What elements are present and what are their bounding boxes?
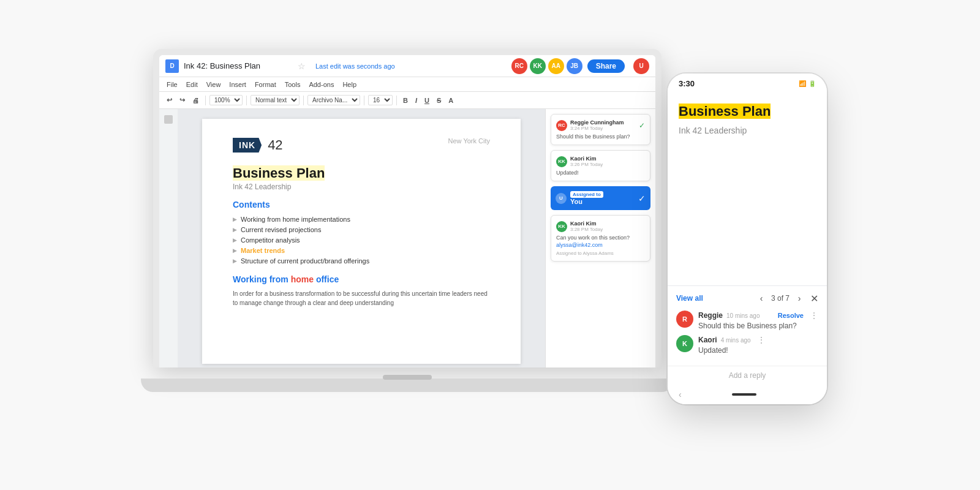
phone: 3:30 📶 🔋 Business Plan Ink 42 Leadership…: [668, 74, 827, 404]
comment-pagination: 3 of 7: [771, 294, 790, 303]
toc-item-1[interactable]: ▶ Working from home implementations: [233, 216, 490, 223]
comment-1-more-icon[interactable]: ⋮: [810, 311, 818, 320]
menu-edit[interactable]: Edit: [186, 81, 198, 88]
laptop-notch: [383, 375, 432, 380]
doc-contents-heading: Contents: [233, 200, 490, 209]
thread-comment-1-avatar: R: [676, 311, 693, 328]
prev-comment-button[interactable]: ‹: [755, 292, 767, 304]
thread-comment-2-avatar: K: [676, 335, 693, 352]
menu-tools[interactable]: Tools: [285, 81, 301, 88]
signal-icon: 📶: [799, 80, 806, 87]
docs-logo-icon: D: [165, 59, 179, 73]
close-thread-button[interactable]: ✕: [810, 293, 818, 304]
comment-3-time: 3:28 PM Today: [570, 227, 603, 232]
toc-item-2[interactable]: ▶ Current revised projections: [233, 226, 490, 233]
back-chevron-icon[interactable]: ‹: [679, 390, 682, 399]
assign-label-block: Assigned to You: [570, 191, 603, 205]
doc-office-word: office: [316, 274, 339, 284]
phone-status-bar: 3:30 📶 🔋: [668, 74, 827, 93]
gdocs-titlebar: D Ink 42: Business Plan ☆ Last edit was …: [159, 55, 655, 77]
comment-card-1[interactable]: RC Reggie Cunningham 3:24 PM Today ✓ Sho…: [551, 114, 650, 145]
add-reply-input[interactable]: Add a reply: [676, 371, 818, 380]
doc-body-text: In order for a business transformation t…: [233, 289, 490, 307]
comment-3-assigned: Assigned to Alyssa Adams: [556, 251, 645, 256]
menu-addons[interactable]: Add-ons: [309, 81, 334, 88]
comment-card-3[interactable]: KK Kaori Kim 3:28 PM Today Can you work …: [551, 215, 650, 262]
laptop-base: [141, 379, 674, 392]
comment-3-name: Kaori Kim: [570, 221, 603, 227]
gdocs-toolbar: ↩ ↪ 🖨 100% Normal text Archivo Na...: [159, 92, 655, 109]
menu-format[interactable]: Format: [255, 81, 276, 88]
resolve-button[interactable]: Resolve: [778, 312, 804, 319]
zoom-select[interactable]: 100%: [209, 95, 243, 105]
strikethrough-button[interactable]: S: [434, 96, 443, 105]
menu-help[interactable]: Help: [342, 81, 356, 88]
redo-button[interactable]: ↪: [177, 95, 187, 105]
avatar-2: KK: [530, 58, 546, 74]
print-button[interactable]: 🖨: [190, 96, 202, 105]
comment-card-2[interactable]: KK Kaori Kim 3:26 PM Today Updated!: [551, 150, 650, 181]
phone-reply-area[interactable]: Add a reply: [668, 366, 827, 385]
comment-2-avatar: KK: [556, 156, 567, 167]
thread-comment-1-header: Reggie 10 mins ago Resolve ⋮: [698, 311, 818, 320]
phone-doc-title-block: Business Plan: [679, 103, 816, 121]
doc-subtitle: Ink 42 Leadership: [233, 183, 490, 191]
toolbar-sep-3: [303, 96, 304, 105]
doc-home-word: home: [291, 274, 314, 284]
comment-2-header: KK Kaori Kim 3:26 PM Today: [556, 156, 645, 167]
collaborator-avatars: RC KK AA JB: [511, 58, 582, 74]
avatar-1: RC: [511, 58, 527, 74]
italic-button[interactable]: I: [413, 96, 420, 105]
user-avatar[interactable]: U: [633, 58, 649, 74]
comment-2-text: Updated!: [556, 170, 645, 176]
gdocs-content-area: New York City INK 42 Business Plan: [159, 109, 655, 368]
assign-card[interactable]: U Assigned to You ✓: [551, 186, 650, 210]
phone-comment-thread: View all ‹ 3 of 7 › ✕ R Reggie 10 mins a…: [668, 285, 827, 366]
style-select[interactable]: Normal text: [251, 95, 300, 105]
toc-item-5[interactable]: ▶ Structure of current product/brand off…: [233, 257, 490, 265]
thread-comment-2: K Kaori 4 mins ago ⋮ Updated!: [676, 335, 818, 355]
phone-bottom-bar: ‹: [668, 385, 827, 404]
comment-2-time: 3:26 PM Today: [570, 162, 603, 167]
share-button[interactable]: Share: [587, 59, 625, 73]
next-comment-button[interactable]: ›: [793, 292, 805, 304]
star-icon: ☆: [298, 61, 306, 71]
scene: D Ink 42: Business Plan ☆ Last edit was …: [153, 37, 827, 453]
font-select[interactable]: Archivo Na...: [307, 95, 360, 105]
toc-arrow-5: ▶: [233, 258, 237, 264]
undo-button[interactable]: ↩: [164, 95, 175, 105]
toolbar-sep-1: [205, 96, 206, 105]
thread-nav: ‹ 3 of 7 ›: [755, 292, 805, 304]
toc-item-3[interactable]: ▶ Competitor analysis: [233, 236, 490, 244]
home-indicator[interactable]: [732, 393, 756, 396]
laptop-screen: D Ink 42: Business Plan ☆ Last edit was …: [159, 55, 655, 368]
toc-arrow-1: ▶: [233, 216, 237, 222]
thread-comment-2-time: 4 mins ago: [721, 337, 751, 344]
menu-insert[interactable]: Insert: [229, 81, 246, 88]
comment-1-avatar: RC: [556, 120, 567, 131]
toc-arrow-2: ▶: [233, 227, 237, 233]
toc-item-4[interactable]: ▶ Market trends: [233, 247, 490, 254]
bold-button[interactable]: B: [401, 96, 410, 105]
menu-view[interactable]: View: [206, 81, 221, 88]
toolbar-sep-4: [364, 96, 364, 105]
menu-file[interactable]: File: [167, 81, 178, 88]
underline-button[interactable]: U: [422, 96, 432, 105]
laptop: D Ink 42: Business Plan ☆ Last edit was …: [153, 49, 662, 392]
sidebar-toggle-icon[interactable]: [164, 115, 173, 124]
color-button[interactable]: A: [446, 96, 456, 105]
size-select[interactable]: 16: [368, 95, 393, 105]
ink-number: 42: [268, 137, 282, 153]
doc-title: Ink 42: Business Plan: [184, 61, 290, 70]
laptop-body: D Ink 42: Business Plan ☆ Last edit was …: [153, 49, 662, 368]
phone-doc-content: Business Plan Ink 42 Leadership: [668, 93, 827, 285]
phone-doc-title: Business Plan: [679, 104, 771, 119]
comment-2-more-icon[interactable]: ⋮: [757, 335, 766, 345]
gdocs-page-area[interactable]: New York City INK 42 Business Plan: [178, 109, 545, 368]
view-all-button[interactable]: View all: [676, 294, 703, 303]
comment-3-avatar: KK: [556, 221, 567, 232]
doc-location: New York City: [448, 137, 490, 145]
last-edit-label[interactable]: Last edit was seconds ago: [315, 62, 395, 70]
comment-1-text: Should this be Business plan?: [556, 134, 645, 140]
thread-comment-1: R Reggie 10 mins ago Resolve ⋮ Should th…: [676, 311, 818, 330]
